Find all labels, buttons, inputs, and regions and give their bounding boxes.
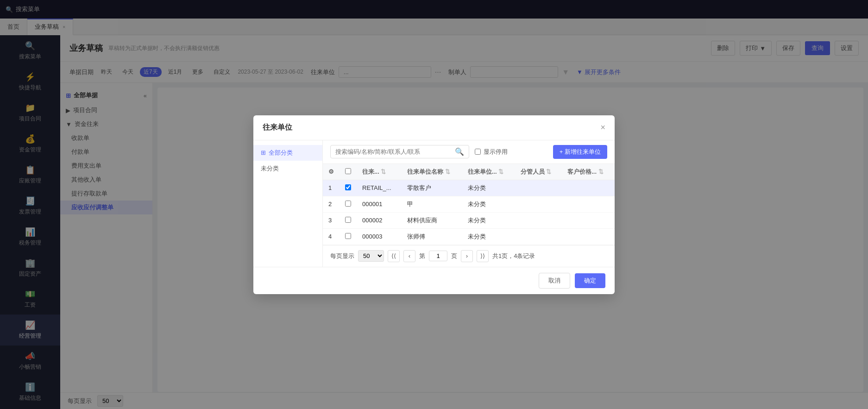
dialog-sidebar-uncategorized[interactable]: 未分类	[253, 161, 322, 176]
row-select-1[interactable]	[345, 184, 351, 190]
dialog-table-wrap: ⚙ 往来... ⇅ 往来单位名称 ⇅	[323, 164, 615, 245]
table-row[interactable]: 1 RETAIL_... 零散客户 未分类	[323, 180, 615, 196]
row-select-3[interactable]	[345, 217, 351, 223]
row-name-3: 材料供应商	[402, 212, 462, 228]
new-partner-button[interactable]: + 新增往来单位	[553, 145, 607, 159]
dialog-search-box: 🔍	[330, 145, 469, 158]
row-settings-2: 2	[323, 196, 340, 212]
dialog-pagination: 每页显示 50 100 ⟨⟨ ‹ 第 页 › ⟩⟩ 共1页，4条记录	[323, 245, 615, 267]
th-price: 客户价格... ⇅	[562, 164, 615, 180]
per-page-label: 每页显示	[330, 252, 354, 260]
row-code-1: RETAIL_...	[357, 180, 402, 196]
row-settings-1: 1	[323, 180, 340, 196]
row-category-3: 未分类	[462, 212, 515, 228]
row-manager-1	[515, 180, 562, 196]
page-word: 页	[451, 252, 457, 260]
th-code: 往来... ⇅	[357, 164, 402, 180]
row-price-3	[562, 212, 615, 228]
page-last-button[interactable]: ⟩⟩	[477, 250, 489, 262]
confirm-button[interactable]: 确定	[575, 273, 605, 288]
table-row[interactable]: 2 000001 甲 未分类	[323, 196, 615, 212]
partner-dialog: 往来单位 × ⊞ 全部分类 未分类 🔍	[253, 115, 615, 294]
per-page-select[interactable]: 50 100	[358, 250, 384, 262]
row-manager-2	[515, 196, 562, 212]
th-manager: 分管人员 ⇅	[515, 164, 562, 180]
dialog-content-toolbar: 🔍 显示停用 + 新增往来单位	[323, 140, 615, 164]
row-code-3: 000002	[357, 212, 402, 228]
row-checkbox-2	[340, 196, 357, 212]
row-checkbox-1	[340, 180, 357, 196]
page-first-button[interactable]: ⟨⟨	[388, 250, 400, 262]
row-code-4: 000003	[357, 228, 402, 245]
select-all-checkbox[interactable]	[345, 168, 351, 174]
row-select-4[interactable]	[345, 233, 351, 239]
row-checkbox-3	[340, 212, 357, 228]
row-price-2	[562, 196, 615, 212]
sort-icon: ⇅	[381, 168, 386, 175]
row-price-1	[562, 180, 615, 196]
row-category-4: 未分类	[462, 228, 515, 245]
row-code-2: 000001	[357, 196, 402, 212]
dialog-content: 🔍 显示停用 + 新增往来单位 ⚙	[323, 140, 615, 267]
settings-icon[interactable]: ⚙	[328, 168, 334, 175]
dialog-sidebar: ⊞ 全部分类 未分类	[253, 140, 323, 267]
page-number-input[interactable]	[429, 251, 447, 261]
show-disabled-group: 显示停用	[475, 148, 508, 156]
row-name-2: 甲	[402, 196, 462, 212]
dialog-table-header: ⚙ 往来... ⇅ 往来单位名称 ⇅	[323, 164, 615, 180]
row-settings-3: 3	[323, 212, 340, 228]
row-price-4	[562, 228, 615, 245]
sort-name-icon: ⇅	[445, 168, 450, 175]
th-checkbox	[340, 164, 357, 180]
dialog-search-icon: 🔍	[455, 147, 464, 156]
page-num-label: 第	[419, 252, 425, 260]
dialog-table: ⚙ 往来... ⇅ 往来单位名称 ⇅	[323, 164, 615, 245]
page-prev-button[interactable]: ‹	[403, 250, 415, 262]
th-name: 往来单位名称 ⇅	[402, 164, 462, 180]
dialog-footer: 取消 确定	[253, 267, 615, 294]
page-next-button[interactable]: ›	[461, 250, 473, 262]
dialog-search-input[interactable]	[335, 148, 452, 155]
row-checkbox-4	[340, 228, 357, 245]
th-settings: ⚙	[323, 164, 340, 180]
row-category-1: 未分类	[462, 180, 515, 196]
table-row[interactable]: 4 000003 张师傅 未分类	[323, 228, 615, 245]
row-name-4: 张师傅	[402, 228, 462, 245]
sort-mgr-icon: ⇅	[546, 168, 551, 175]
dialog-header: 往来单位 ×	[253, 115, 615, 140]
dialog-sidebar-all[interactable]: ⊞ 全部分类	[253, 145, 322, 161]
dialog-close-button[interactable]: ×	[600, 123, 605, 132]
show-disabled-checkbox[interactable]	[475, 149, 481, 155]
dialog-title: 往来单位	[263, 123, 292, 132]
row-name-1: 零散客户	[402, 180, 462, 196]
sort-price-icon: ⇅	[598, 168, 604, 175]
dialog-body: ⊞ 全部分类 未分类 🔍 显示停用	[253, 140, 615, 267]
total-info: 共1页，4条记录	[492, 252, 535, 260]
row-manager-3	[515, 212, 562, 228]
table-row[interactable]: 3 000002 材料供应商 未分类	[323, 212, 615, 228]
dialog-overlay: 往来单位 × ⊞ 全部分类 未分类 🔍	[0, 0, 868, 409]
row-manager-4	[515, 228, 562, 245]
sort-cat-icon: ⇅	[498, 168, 503, 175]
grid-dialog-icon: ⊞	[261, 149, 266, 156]
cancel-button[interactable]: 取消	[539, 273, 570, 289]
th-category: 往来单位... ⇅	[462, 164, 515, 180]
row-category-2: 未分类	[462, 196, 515, 212]
row-select-2[interactable]	[345, 201, 351, 207]
row-settings-4: 4	[323, 228, 340, 245]
